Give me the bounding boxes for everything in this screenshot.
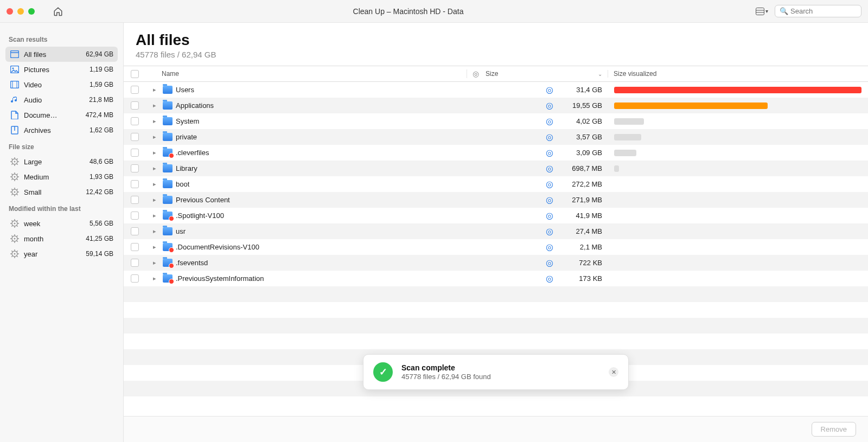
row-name: System	[176, 117, 199, 125]
focus-icon[interactable]: ◎	[546, 258, 553, 268]
sidebar-item-week[interactable]: week5,56 GB	[5, 216, 118, 231]
disclosure-icon[interactable]: ▸	[153, 149, 159, 156]
folder-locked-icon	[163, 243, 173, 251]
main-content: All files 45778 files / 62,94 GB Name ◎ …	[124, 23, 868, 442]
disclosure-icon[interactable]: ▸	[153, 133, 159, 140]
home-button[interactable]	[53, 7, 63, 16]
row-checkbox[interactable]	[131, 117, 139, 125]
column-name[interactable]: Name	[145, 70, 467, 78]
table-row[interactable]: ▸System◎4,02 GB	[124, 113, 868, 129]
select-all-column[interactable]	[124, 70, 145, 78]
sidebar-item-archives[interactable]: Archives1,62 GB	[5, 123, 118, 138]
sidebar-item-video[interactable]: Video1,59 GB	[5, 77, 118, 92]
focus-icon[interactable]: ◎	[546, 85, 553, 95]
column-viz[interactable]: Size visualized	[608, 70, 868, 78]
page-heading: All files 45778 files / 62,94 GB	[124, 23, 868, 66]
row-name: .cleverfiles	[176, 149, 209, 157]
size-bar	[614, 150, 636, 156]
minimize-window[interactable]	[17, 8, 24, 15]
sidebar-item-month[interactable]: month41,25 GB	[5, 231, 118, 246]
disclosure-icon[interactable]: ▸	[153, 212, 159, 219]
table-row[interactable]: ▸Previous Content◎271,9 MB	[124, 192, 868, 208]
search-input[interactable]	[790, 7, 856, 15]
disclosure-icon[interactable]: ▸	[153, 259, 159, 266]
table-row[interactable]: ▸.DocumentRevisions-V100◎2,1 MB	[124, 239, 868, 255]
focus-icon[interactable]: ◎	[546, 100, 553, 111]
focus-icon[interactable]: ◎	[546, 116, 553, 126]
column-size[interactable]: ◎ Size ⌄	[467, 69, 608, 78]
row-checkbox[interactable]	[131, 196, 139, 204]
disclosure-icon[interactable]: ▸	[153, 244, 159, 251]
table-row[interactable]: ▸.PreviousSystemInformation◎173 KB	[124, 271, 868, 286]
row-size: 41,9 MB	[559, 212, 602, 220]
select-all-checkbox[interactable]	[131, 70, 139, 78]
row-checkbox[interactable]	[131, 212, 139, 220]
sidebar-item-large[interactable]: Large48,6 GB	[5, 154, 118, 169]
svg-line-71	[11, 256, 12, 257]
row-checkbox[interactable]	[131, 86, 139, 94]
focus-icon[interactable]: ◎	[546, 226, 553, 236]
row-checkbox[interactable]	[131, 149, 139, 157]
disclosure-icon[interactable]: ▸	[153, 102, 159, 109]
row-name: .Spotlight-V100	[176, 212, 224, 220]
svg-line-68	[11, 251, 12, 252]
table-row[interactable]: ▸.fseventsd◎722 KB	[124, 255, 868, 271]
disclosure-icon[interactable]: ▸	[153, 275, 159, 282]
disclosure-icon[interactable]: ▸	[153, 165, 159, 172]
row-checkbox[interactable]	[131, 227, 139, 235]
row-checkbox[interactable]	[131, 274, 139, 283]
row-checkbox[interactable]	[131, 101, 139, 110]
table-row[interactable]: ▸boot◎272,2 MB	[124, 176, 868, 192]
table-row[interactable]: ▸usr◎27,4 MB	[124, 223, 868, 239]
row-checkbox[interactable]	[131, 133, 139, 141]
focus-icon[interactable]: ◎	[546, 179, 553, 189]
sidebar-item-docume[interactable]: Docume…472,4 MB	[5, 107, 118, 123]
svg-line-28	[11, 174, 12, 175]
focus-icon[interactable]: ◎	[546, 132, 553, 142]
table-row[interactable]: ▸.Spotlight-V100◎41,9 MB	[124, 208, 868, 223]
remove-button[interactable]: Remove	[812, 422, 856, 437]
disclosure-icon[interactable]: ▸	[153, 86, 159, 93]
table-row[interactable]: ▸Applications◎19,55 GB	[124, 98, 868, 113]
row-name: Previous Content	[176, 196, 230, 204]
layout-toggle[interactable]: ▾	[754, 5, 770, 17]
sidebar-item-pictures[interactable]: Pictures1,19 GB	[5, 62, 118, 77]
sidebar-item-small[interactable]: Small12,42 GB	[5, 184, 118, 200]
window-controls	[7, 8, 35, 15]
close-window[interactable]	[7, 8, 13, 15]
focus-icon[interactable]: ◎	[546, 273, 553, 284]
focus-icon[interactable]: ◎	[546, 242, 553, 252]
row-checkbox[interactable]	[131, 180, 139, 188]
table-row[interactable]: ▸Library◎698,7 MB	[124, 161, 868, 176]
table-row[interactable]: ▸.cleverfiles◎3,09 GB	[124, 145, 868, 161]
disclosure-icon[interactable]: ▸	[153, 118, 159, 125]
row-size-cell: ◎41,9 MB	[467, 210, 608, 221]
focus-icon[interactable]: ◎	[546, 148, 553, 158]
toast-close[interactable]: ✕	[609, 367, 618, 377]
sidebar-item-allfiles[interactable]: All files62,94 GB	[5, 47, 118, 62]
sidebar-item-audio[interactable]: Audio21,8 MB	[5, 92, 118, 107]
search-field[interactable]: 🔍	[775, 5, 861, 17]
table-row[interactable]: ▸Users◎31,4 GB	[124, 82, 868, 98]
row-checkbox[interactable]	[131, 164, 139, 172]
table-row[interactable]: ▸private◎3,57 GB	[124, 129, 868, 145]
row-checkbox[interactable]	[131, 259, 139, 267]
disclosure-icon[interactable]: ▸	[153, 181, 159, 188]
folder-icon	[163, 180, 173, 188]
sidebar-item-size: 21,8 MB	[89, 96, 113, 104]
row-size-cell: ◎3,09 GB	[467, 148, 608, 158]
svg-line-19	[17, 164, 18, 165]
size-bar	[614, 134, 641, 140]
sidebar-item-label: Video	[24, 81, 85, 89]
disclosure-icon[interactable]: ▸	[153, 196, 159, 203]
row-checkbox[interactable]	[131, 243, 139, 251]
empty-row	[124, 334, 868, 349]
focus-icon[interactable]: ◎	[546, 163, 553, 174]
folder-icon	[163, 227, 173, 235]
focus-icon[interactable]: ◎	[546, 210, 553, 221]
maximize-window[interactable]	[28, 8, 35, 15]
disclosure-icon[interactable]: ▸	[153, 228, 159, 235]
focus-icon[interactable]: ◎	[546, 195, 553, 205]
sidebar-item-year[interactable]: year59,14 GB	[5, 246, 118, 261]
sidebar-item-medium[interactable]: Medium1,93 GB	[5, 169, 118, 184]
